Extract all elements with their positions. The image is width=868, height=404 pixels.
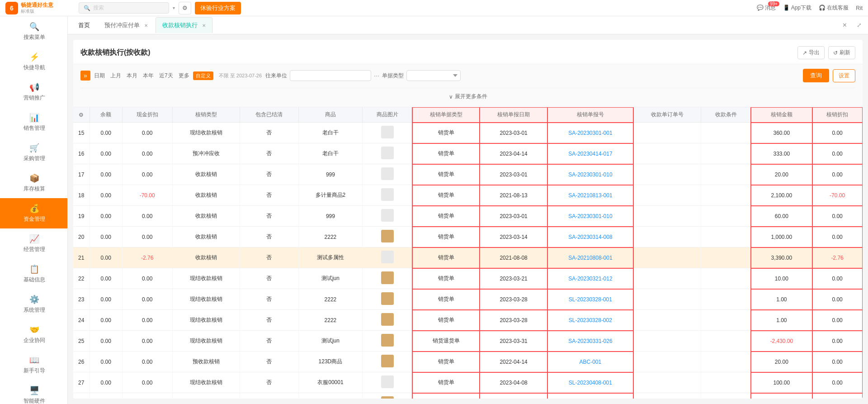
- cell-include-settled: 否: [240, 123, 298, 143]
- expand-conditions-button[interactable]: ∨ 展开更多条件: [449, 91, 487, 102]
- query-button[interactable]: 查询: [803, 69, 829, 82]
- cell-product-img: [362, 206, 412, 227]
- sidebar-item-purchase[interactable]: 🛒 采购管理: [0, 138, 67, 168]
- cell-product: 2222: [298, 393, 362, 399]
- voucher-type-select[interactable]: [406, 70, 461, 81]
- date-btn-this-month[interactable]: 本月: [125, 71, 139, 81]
- close-window-button[interactable]: ✕: [839, 20, 850, 31]
- table-body: 15 0.00 0.00 现结收款核销 否 老白干 销货单 2023-03-01…: [73, 123, 863, 399]
- cell-cancel-voucher-no[interactable]: SA-20210808-001: [547, 247, 633, 268]
- counterpart-input[interactable]: [290, 70, 371, 81]
- sidebar-item-marketing[interactable]: 📢 营销推广: [0, 77, 67, 107]
- cell-cash-discount: -70.00: [122, 185, 172, 206]
- sidebar-item-label: 销售管理: [24, 124, 45, 132]
- sidebar-item-label: 搜索菜单: [24, 33, 45, 41]
- cell-cancel-voucher-no[interactable]: SA-20230331-026: [547, 331, 633, 352]
- sidebar-item-label: 企业协同: [24, 337, 45, 344]
- sidebar-item-management[interactable]: 📈 经营管理: [0, 228, 67, 259]
- cell-product-img: [362, 331, 412, 352]
- cell-cash-discount: 0.00: [122, 164, 172, 185]
- col-header-settings[interactable]: ⚙: [73, 107, 90, 123]
- sidebar-item-label: 采购管理: [24, 155, 45, 162]
- custom-date-button[interactable]: 自定义: [193, 71, 213, 80]
- cell-receipt-condition: [701, 206, 751, 227]
- app-download-icon: 📱: [783, 5, 790, 11]
- date-btn-this-year[interactable]: 本年: [141, 71, 156, 81]
- cell-cancel-voucher-no[interactable]: SA-20230301-010: [547, 164, 633, 185]
- col-header-product: 商品: [298, 107, 362, 123]
- expand-conditions-row: ∨ 展开更多条件: [80, 88, 855, 102]
- tab-receipt-cancel[interactable]: 收款核销执行 ✕: [156, 17, 212, 33]
- cell-product-img: [362, 268, 412, 289]
- cell-cancel-voucher-no[interactable]: ABC-001: [547, 352, 633, 372]
- cell-balance: 0.00: [90, 227, 122, 247]
- cell-cancel-voucher-no[interactable]: SL-20230408-001: [547, 372, 633, 393]
- date-btn-more[interactable]: 更多: [177, 71, 191, 81]
- cell-cancel-voucher-no[interactable]: SA-20230314-008: [547, 227, 633, 247]
- cell-receipt-condition: [701, 372, 751, 393]
- cell-receipt-order-no: [633, 310, 701, 331]
- sidebar-item-system[interactable]: ⚙️ 系统管理: [0, 289, 67, 319]
- cell-cancel-voucher-no[interactable]: SL-20230328-002: [547, 310, 633, 331]
- sidebar-item-finance[interactable]: 💰 资金管理: [0, 198, 67, 228]
- cell-cancel-voucher-no[interactable]: SA-20230301-001: [547, 123, 633, 143]
- cell-include-settled: 否: [240, 164, 298, 185]
- sidebar-item-search[interactable]: 🔍 搜索菜单: [0, 16, 67, 47]
- sidebar-item-hardware[interactable]: 🖥️ 智能硬件: [0, 380, 67, 404]
- sidebar-item-label: 快捷导航: [24, 64, 45, 71]
- tab-receipt-cancel-close-icon[interactable]: ✕: [202, 23, 206, 28]
- sidebar-item-collab[interactable]: 🤝 企业协同: [0, 319, 67, 350]
- cell-cancel-voucher-no[interactable]: SA-20230414-017: [547, 143, 633, 164]
- cell-balance: 0.00: [90, 372, 122, 393]
- cell-cancel-voucher-no[interactable]: SA-20230321-012: [547, 268, 633, 289]
- top-search-box[interactable]: 🔍 搜索: [79, 2, 169, 14]
- voucher-type-label: 单据类型: [382, 72, 404, 80]
- cell-cancel-voucher-no[interactable]: SA-20210813-001: [547, 185, 633, 206]
- refresh-button[interactable]: ↺ 刷新: [828, 46, 855, 59]
- cell-cancel-voucher-date: 2023-04-18: [480, 393, 547, 399]
- settings-icon[interactable]: ⚙: [179, 2, 191, 14]
- date-btn-last-month[interactable]: 上月: [108, 71, 123, 81]
- user-area[interactable]: Rit: [856, 5, 863, 11]
- cell-product-img: [362, 123, 412, 143]
- expand-filter-button[interactable]: »: [80, 71, 90, 81]
- dropdown-arrow-icon[interactable]: ▾: [173, 5, 175, 10]
- tab-prepay-close-icon[interactable]: ✕: [144, 23, 148, 28]
- tab-bar: 首页 预付冲应付单 ✕ 收款核销执行 ✕ ✕ ⤢: [68, 16, 868, 34]
- cell-receipt-condition: [701, 289, 751, 310]
- date-filter-label: 日期: [94, 72, 105, 80]
- cell-cancel-voucher-type: 销货单: [412, 185, 480, 206]
- cell-cancel-voucher-no[interactable]: SL-20230328-001: [547, 289, 633, 310]
- cell-receipt-order-no: [633, 372, 701, 393]
- online-service-area[interactable]: 🎧 在线客服: [819, 4, 849, 12]
- sidebar-item-guide[interactable]: 📖 新手引导: [0, 350, 67, 380]
- management-icon: 📈: [29, 234, 39, 244]
- cell-cancel-type: 现结收款核销: [172, 372, 240, 393]
- cell-cash-discount: 0.00: [122, 331, 172, 352]
- sidebar-item-inventory[interactable]: 📦 库存核算: [0, 168, 67, 198]
- date-btn-7days[interactable]: 近7天: [157, 71, 175, 81]
- tab-prepay[interactable]: 预付冲应付单 ✕: [98, 17, 155, 33]
- cell-id: 19: [73, 206, 90, 227]
- finance-icon: 💰: [29, 204, 39, 214]
- cell-cancel-type: 收款核销: [172, 185, 240, 206]
- sidebar-item-label: 智能硬件: [24, 397, 45, 404]
- tab-home[interactable]: 首页: [71, 17, 97, 33]
- industry-button[interactable]: 休验行业方案: [195, 2, 241, 14]
- export-button[interactable]: ↗ 导出: [797, 46, 825, 59]
- cell-product: 测试多属性: [298, 247, 362, 268]
- table-row: 26 0.00 0.00 预收款核销 否 123D商品 销货单 2022-04-…: [73, 352, 863, 372]
- cell-id: 27: [73, 372, 90, 393]
- sidebar-item-quick-nav[interactable]: ⚡ 快捷导航: [0, 47, 67, 77]
- cell-product: 2222: [298, 227, 362, 247]
- maximize-window-button[interactable]: ⤢: [854, 20, 864, 31]
- cell-cancel-voucher-no[interactable]: SL-20230418-001: [547, 393, 633, 399]
- cell-product: 999: [298, 164, 362, 185]
- counterpart-dots-icon[interactable]: ···: [374, 72, 379, 79]
- message-area[interactable]: 💬 消息 99+: [757, 4, 776, 12]
- app-download-area[interactable]: 📱 App下载: [783, 4, 811, 12]
- filter-settings-button[interactable]: 设置: [833, 69, 855, 82]
- sidebar-item-sales[interactable]: 📊 销售管理: [0, 107, 67, 138]
- sidebar-item-basic-info[interactable]: 📋 基础信息: [0, 259, 67, 289]
- cell-cancel-voucher-no[interactable]: SA-20230301-010: [547, 206, 633, 227]
